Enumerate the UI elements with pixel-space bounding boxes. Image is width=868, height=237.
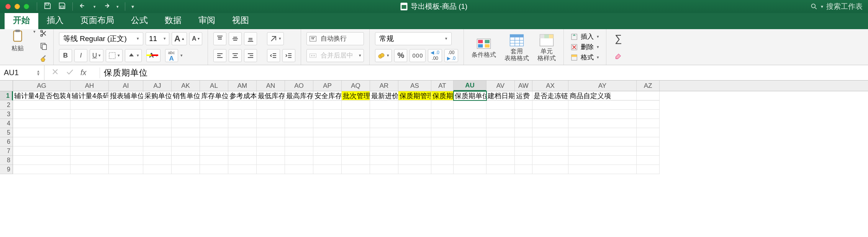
- cell-AZ4[interactable]: [637, 119, 660, 128]
- tab-insert[interactable]: 插入: [38, 12, 72, 29]
- cell-AM7[interactable]: [228, 146, 257, 156]
- cell-AX2[interactable]: [532, 100, 568, 110]
- column-header-AM[interactable]: AM: [228, 81, 257, 91]
- cell-AZ9[interactable]: [637, 165, 660, 174]
- cell-AM3[interactable]: [228, 110, 257, 119]
- cell-AN3[interactable]: [257, 110, 285, 119]
- cell-AV7[interactable]: [486, 146, 515, 156]
- column-header-AS[interactable]: AS: [398, 81, 431, 91]
- cell-AT4[interactable]: [431, 119, 454, 128]
- cell-AU8[interactable]: [454, 156, 486, 165]
- tab-data[interactable]: 数据: [156, 12, 190, 29]
- cell-AT3[interactable]: [431, 110, 454, 119]
- cell-AI7[interactable]: [109, 146, 143, 156]
- cell-AM5[interactable]: [228, 128, 257, 137]
- cell-AK7[interactable]: [172, 146, 200, 156]
- cell-AO9[interactable]: [285, 165, 313, 174]
- cell-AX9[interactable]: [532, 165, 568, 174]
- font-size-select[interactable]: 11 ▾: [146, 32, 169, 45]
- formula-content[interactable]: 保质期单位: [104, 67, 148, 79]
- cell-AV1[interactable]: 建档日期: [486, 91, 515, 100]
- align-right-button[interactable]: [244, 49, 257, 62]
- save-icon[interactable]: [58, 2, 66, 12]
- increase-font-button[interactable]: A▴: [172, 32, 187, 45]
- cancel-formula-icon[interactable]: [51, 68, 59, 77]
- cell-AS8[interactable]: [398, 156, 431, 165]
- cell-AR5[interactable]: [370, 128, 398, 137]
- cell-AZ3[interactable]: [637, 110, 660, 119]
- cell-AN9[interactable]: [257, 165, 285, 174]
- cell-AP9[interactable]: [313, 165, 342, 174]
- cell-AH4[interactable]: [70, 119, 109, 128]
- column-header-AL[interactable]: AL: [200, 81, 228, 91]
- cell-AO8[interactable]: [285, 156, 313, 165]
- cell-AN7[interactable]: [257, 146, 285, 156]
- cell-AG2[interactable]: [13, 100, 70, 110]
- cell-AR6[interactable]: [370, 137, 398, 146]
- cell-AX3[interactable]: [532, 110, 568, 119]
- cell-AI3[interactable]: [109, 110, 143, 119]
- cell-AN4[interactable]: [257, 119, 285, 128]
- cell-AR2[interactable]: [370, 100, 398, 110]
- cell-AX1[interactable]: 是否走冻链: [532, 91, 568, 100]
- cell-AR9[interactable]: [370, 165, 398, 174]
- cell-AW8[interactable]: [515, 156, 532, 165]
- column-header-AH[interactable]: AH: [70, 81, 109, 91]
- number-format-select[interactable]: 常规 ▾: [375, 32, 452, 45]
- redo-dropdown[interactable]: ▾: [116, 4, 119, 9]
- format-cells-button[interactable]: 格式▾: [571, 53, 599, 62]
- column-header-AK[interactable]: AK: [172, 81, 200, 91]
- column-header-AG[interactable]: AG: [13, 81, 70, 91]
- row-header-6[interactable]: 6: [0, 137, 13, 146]
- cell-AK1[interactable]: 销售单位: [172, 91, 200, 100]
- cell-AL7[interactable]: [200, 146, 228, 156]
- cut-icon[interactable]: [39, 29, 48, 40]
- cell-AZ2[interactable]: [637, 100, 660, 110]
- cell-AX6[interactable]: [532, 137, 568, 146]
- cell-AM9[interactable]: [228, 165, 257, 174]
- column-header-AN[interactable]: AN: [257, 81, 285, 91]
- cell-AQ8[interactable]: [342, 156, 370, 165]
- name-box-stepper[interactable]: ▲▼: [36, 70, 40, 76]
- cell-AW4[interactable]: [515, 119, 532, 128]
- cell-AG4[interactable]: [13, 119, 70, 128]
- cell-AY6[interactable]: [568, 137, 637, 146]
- cell-AL1[interactable]: 库存单位: [200, 91, 228, 100]
- cell-AM1[interactable]: 参考成本: [228, 91, 257, 100]
- cell-AY3[interactable]: [568, 110, 637, 119]
- cell-AQ1[interactable]: 批次管理: [342, 91, 370, 100]
- row-header-8[interactable]: 8: [0, 156, 13, 165]
- autosum-button[interactable]: ∑: [612, 32, 625, 45]
- comma-format-button[interactable]: 000: [409, 49, 426, 62]
- cell-AP4[interactable]: [313, 119, 342, 128]
- cell-AM4[interactable]: [228, 119, 257, 128]
- cell-AO7[interactable]: [285, 146, 313, 156]
- cell-AW5[interactable]: [515, 128, 532, 137]
- cell-AS7[interactable]: [398, 146, 431, 156]
- merge-center-button[interactable]: 合并后居中 ▾: [306, 49, 364, 62]
- column-header-AY[interactable]: AY: [568, 81, 637, 91]
- cell-AM6[interactable]: [228, 137, 257, 146]
- align-bottom-button[interactable]: [244, 32, 257, 45]
- cell-AP6[interactable]: [313, 137, 342, 146]
- cell-AZ1[interactable]: [637, 91, 660, 100]
- cell-AK2[interactable]: [172, 100, 200, 110]
- cell-AP2[interactable]: [313, 100, 342, 110]
- cell-AQ9[interactable]: [342, 165, 370, 174]
- cell-AR7[interactable]: [370, 146, 398, 156]
- row-header-1[interactable]: 1: [0, 91, 13, 100]
- cell-AL6[interactable]: [200, 137, 228, 146]
- cell-AU1[interactable]: 保质期单位: [454, 91, 486, 100]
- cell-AI5[interactable]: [109, 128, 143, 137]
- cell-AP1[interactable]: 安全库存: [313, 91, 342, 100]
- cell-AO6[interactable]: [285, 137, 313, 146]
- conditional-formatting-button[interactable]: 条件格式: [469, 36, 498, 58]
- cell-AQ3[interactable]: [342, 110, 370, 119]
- cell-AT1[interactable]: 保质期: [431, 91, 454, 100]
- cell-AU3[interactable]: [454, 110, 486, 119]
- cell-AH1[interactable]: 辅计量4条码: [70, 91, 109, 100]
- cell-AL3[interactable]: [200, 110, 228, 119]
- cell-AJ9[interactable]: [143, 165, 172, 174]
- cell-AV9[interactable]: [486, 165, 515, 174]
- cell-AY5[interactable]: [568, 128, 637, 137]
